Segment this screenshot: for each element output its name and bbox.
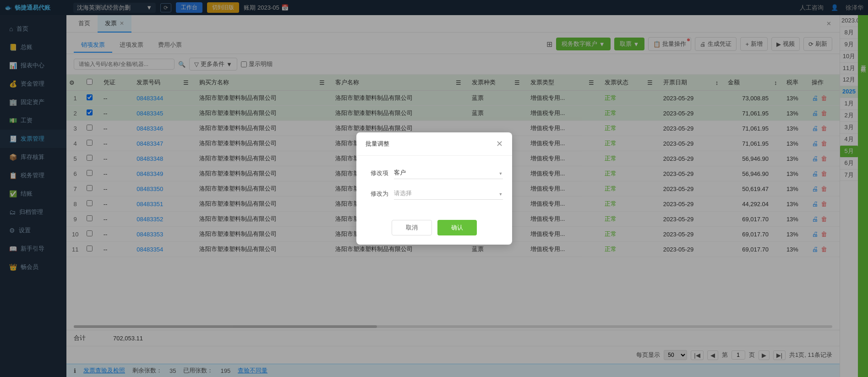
- modal-confirm-btn[interactable]: 确认: [437, 220, 477, 235]
- modal-field-chevron: [499, 169, 503, 176]
- modal-changeto-chevron: [499, 190, 503, 197]
- modal-changeto-label: 修改为: [366, 190, 388, 198]
- modal-field-select[interactable]: 客户: [394, 167, 503, 179]
- modal-changeto-placeholder: 请选择: [394, 189, 412, 197]
- modal-title: 批量调整: [366, 140, 389, 148]
- modal-header: 批量调整 ✕: [356, 132, 512, 156]
- modal-changeto-row: 修改为 请选择: [366, 187, 503, 200]
- modal-close-btn[interactable]: ✕: [496, 139, 503, 149]
- modal-field-row: 修改项 客户: [366, 167, 503, 179]
- modal-changeto-select[interactable]: 请选择: [394, 187, 503, 200]
- modal-cancel-btn[interactable]: 取消: [392, 220, 432, 235]
- modal-body: 修改项 客户 修改为 请选择: [356, 156, 512, 215]
- modal-overlay: 批量调整 ✕ 修改项 客户 修改为 请选择 取消 确: [0, 0, 868, 377]
- modal-field-label: 修改项: [366, 169, 388, 177]
- batch-adjust-modal: 批量调整 ✕ 修改项 客户 修改为 请选择 取消 确: [356, 132, 512, 245]
- modal-field-value: 客户: [394, 169, 406, 177]
- modal-footer: 取消 确认: [356, 215, 512, 245]
